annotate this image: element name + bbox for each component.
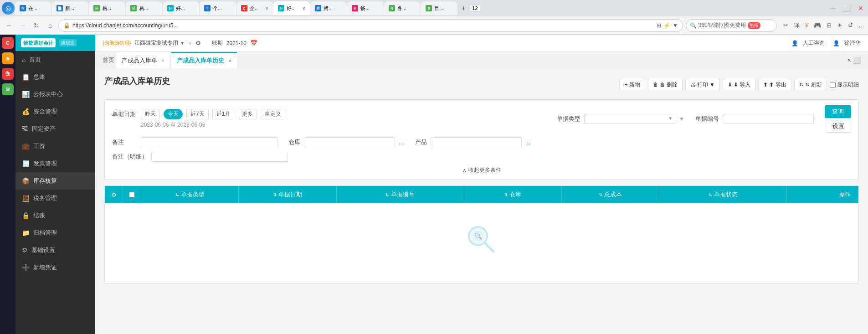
account-selector[interactable]: (勿删勿禁用) 江西磁宝测试专用 ▼ <box>103 39 185 47</box>
browser-logo[interactable]: ◎ <box>2 2 15 15</box>
sidebar-item-home[interactable]: ⌂ 首页 <box>15 51 95 68</box>
th-checkbox[interactable] <box>123 186 141 203</box>
username-label[interactable]: 徐泽华 <box>844 39 861 47</box>
tab-2[interactable]: 📄 新... <box>52 1 88 15</box>
grid2-icon[interactable]: ⊞ <box>827 22 832 29</box>
date-7days-btn[interactable]: 近7天 <box>186 109 209 119</box>
app-icon-weibo[interactable]: 微 <box>2 68 14 80</box>
sidebar-item-basic-settings[interactable]: ⚙ 基础设置 <box>15 242 95 259</box>
tab-voucher-history-close[interactable]: × <box>228 58 231 63</box>
sidebar-item-payroll[interactable]: 💼 工资 <box>15 138 95 155</box>
app-icon-mail[interactable]: ✉ <box>2 83 14 95</box>
address-bar[interactable]: 🔒 https://cloud.chanjet.com/accounting/u… <box>58 19 683 32</box>
app-icon-star[interactable]: ★ <box>2 52 14 64</box>
tab-9[interactable]: 腾 腾... <box>310 1 347 15</box>
sync-icon[interactable]: ↺ <box>848 22 853 29</box>
voucher-type-dropdown-icon[interactable]: ▼ <box>679 116 684 122</box>
account-dropdown-icon[interactable]: ▼ <box>180 41 185 46</box>
settings2-icon[interactable]: … <box>858 22 864 29</box>
voucher-no-input[interactable] <box>723 114 814 124</box>
th-voucher-no[interactable]: ⇅ 单据编号 <box>337 186 464 203</box>
tab-6[interactable]: 个 个... <box>200 1 236 15</box>
product-dots-icon[interactable]: ... <box>525 139 531 146</box>
date-more-btn[interactable]: 更多 <box>238 109 257 119</box>
refresh-button[interactable]: ↻ <box>31 20 42 31</box>
search-bar[interactable]: 🔍 360智能抠图免费用 热搜 <box>686 19 777 32</box>
add-account-button[interactable]: + <box>188 40 192 46</box>
sun-icon[interactable]: ☀ <box>837 22 842 29</box>
sidebar-item-cloud-report[interactable]: 📊 云报表中心 <box>15 86 95 103</box>
back-button[interactable]: ← <box>4 20 15 31</box>
tab-10[interactable]: M 畅... <box>347 1 384 15</box>
sidebar-item-tax[interactable]: 🧮 税务管理 <box>15 190 95 207</box>
warehouse-dots-icon[interactable]: ... <box>399 139 404 146</box>
query-button[interactable]: 查询 <box>825 105 851 118</box>
restore-button[interactable]: ⬜ <box>842 3 853 14</box>
close-button[interactable]: ✕ <box>855 3 866 14</box>
tab-12[interactable]: S 目... <box>421 1 457 15</box>
tab-add-button[interactable]: + <box>458 4 469 12</box>
settings-account-icon[interactable]: ⚙ <box>195 40 201 46</box>
th-voucher-status[interactable]: ⇅ 单据状态 <box>659 186 787 203</box>
delete-button[interactable]: 🗑 🗑 删除 <box>648 79 683 91</box>
minimize-button[interactable]: — <box>828 3 839 14</box>
tab-4[interactable]: 易 易... <box>126 1 162 15</box>
date-yesterday-btn[interactable]: 昨天 <box>141 109 160 119</box>
sidebar-item-checkout[interactable]: 🔒 结账 <box>15 207 95 224</box>
currency-icon[interactable]: ¥ <box>805 22 808 29</box>
panel-expand-icon[interactable]: ⬜ <box>853 57 861 64</box>
tab-11[interactable]: 各 各... <box>384 1 421 15</box>
remark-detail-input[interactable] <box>151 152 288 162</box>
sidebar-item-new-voucher[interactable]: ➕ 新增凭证 <box>15 259 95 276</box>
forward-button[interactable]: → <box>17 20 28 31</box>
sidebar-item-inventory[interactable]: 📦 库存核算 <box>15 172 95 190</box>
panel-close-icon[interactable]: × <box>847 57 851 64</box>
add-button[interactable]: + 新增 <box>619 79 645 91</box>
show-detail-checkbox[interactable] <box>830 82 836 88</box>
th-total-cost[interactable]: ⇅ 总成本 <box>562 186 659 203</box>
import-button[interactable]: ⬇ ⬇ 导入 <box>723 79 755 91</box>
tab-1[interactable]: 在 在... <box>15 1 51 15</box>
tab-voucher-list-close[interactable]: × <box>161 58 164 63</box>
voucher-type-select[interactable] <box>584 114 675 124</box>
tab-7-close[interactable]: × <box>266 5 268 11</box>
dropdown-icon[interactable]: ▼ <box>673 22 678 29</box>
tab-5[interactable]: 好 好... <box>163 1 199 15</box>
product-input[interactable] <box>431 137 522 147</box>
tab-7[interactable]: C 企... × <box>236 1 273 15</box>
tab-8[interactable]: 好 好... × <box>273 1 310 15</box>
filter-settings-button[interactable]: 设置 <box>826 120 851 133</box>
refresh-button[interactable]: ↻ ↻ 刷新 <box>794 79 827 91</box>
warehouse-input[interactable] <box>304 137 395 147</box>
tab-8-close[interactable]: × <box>303 5 305 11</box>
date-today-btn[interactable]: 今天 <box>164 109 183 119</box>
grid-icon[interactable]: ⊞ <box>657 22 661 29</box>
sidebar-item-fixed-assets[interactable]: 🏗 固定资产 <box>15 120 95 138</box>
print-button[interactable]: 🖨 打印 ▼ <box>685 79 720 91</box>
th-voucher-type[interactable]: ⇅ 单据类型 <box>141 186 239 203</box>
app-icon-chanjet[interactable]: C <box>2 37 14 49</box>
sidebar-item-general-ledger[interactable]: 📋 总账 <box>15 68 95 86</box>
scissors-icon[interactable]: ✂ <box>783 22 788 29</box>
th-voucher-date[interactable]: ⇅ 单据日期 <box>239 186 336 203</box>
remark-input[interactable] <box>141 137 277 147</box>
sidebar-item-archive[interactable]: 📁 归档管理 <box>15 224 95 242</box>
calendar-icon[interactable]: 📅 <box>250 40 257 46</box>
tab-3[interactable]: 易 易... <box>89 1 125 15</box>
sidebar-item-fund-mgmt[interactable]: 💰 资金管理 <box>15 103 95 120</box>
th-warehouse[interactable]: ⇅ 仓库 <box>464 186 562 203</box>
user-service-label[interactable]: 人工咨询 <box>803 39 825 47</box>
breadcrumb-home[interactable]: 首页 <box>103 56 114 64</box>
tab-voucher-history[interactable]: 产成品入库单历史 × <box>171 52 236 68</box>
collapse-button[interactable]: ∧ 收起更多条件 <box>112 166 851 174</box>
tab-voucher-list[interactable]: 产成品入库单 × <box>116 52 169 68</box>
gamepad-icon[interactable]: 🎮 <box>814 22 821 29</box>
translate-icon[interactable]: 译 <box>794 21 800 30</box>
th-settings[interactable]: ⚙ <box>105 186 123 203</box>
date-custom-btn[interactable]: 自定义 <box>261 109 285 119</box>
sidebar-item-invoice[interactable]: 🧾 发票管理 <box>15 155 95 172</box>
select-all-checkbox[interactable] <box>129 192 135 198</box>
lightning-icon[interactable]: ⚡ <box>663 22 670 29</box>
home-button[interactable]: ⌂ <box>45 20 56 31</box>
date-1month-btn[interactable]: 近1月 <box>212 109 235 119</box>
